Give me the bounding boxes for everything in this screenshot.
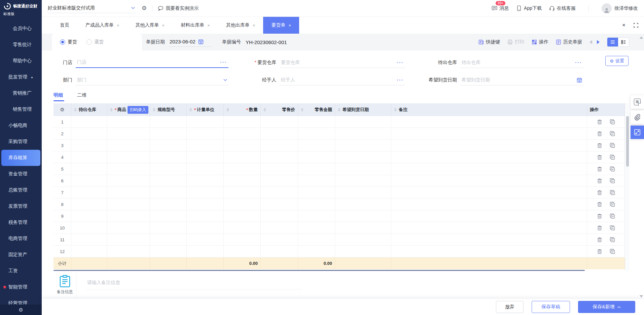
grid-cell[interactable] bbox=[107, 234, 150, 245]
sidebar-item-采购管理[interactable]: 采购管理 bbox=[0, 134, 42, 150]
sidebar-item-零售统计[interactable]: 零售统计 bbox=[0, 37, 42, 53]
grid-cell[interactable] bbox=[261, 199, 298, 210]
grid-cell[interactable] bbox=[298, 210, 335, 222]
grid-cell[interactable] bbox=[107, 116, 150, 128]
grid-cell[interactable] bbox=[335, 116, 391, 128]
grid-cell[interactable] bbox=[150, 187, 187, 198]
ellipsis-picker-icon[interactable]: ··· bbox=[397, 79, 404, 81]
grid-cell[interactable] bbox=[261, 234, 298, 245]
grid-cell[interactable] bbox=[71, 140, 107, 151]
sidebar-item-税务管理[interactable]: 税务管理 bbox=[0, 214, 42, 231]
grid-cell[interactable] bbox=[187, 175, 224, 186]
tab-要货单[interactable]: 要货单 × bbox=[263, 17, 299, 34]
grid-cell[interactable] bbox=[187, 246, 224, 257]
grid-cell[interactable] bbox=[261, 210, 298, 222]
grid-cell[interactable] bbox=[261, 222, 298, 234]
grid-cell[interactable] bbox=[391, 116, 587, 128]
tab-其他出库单[interactable]: 其他出库单 × bbox=[218, 17, 263, 34]
copy-add-row-icon[interactable] bbox=[610, 213, 615, 219]
column-header-商品[interactable]: *商品扫码录入 bbox=[107, 103, 150, 116]
out-warehouse-input[interactable]: 待出仓库 ··· bbox=[460, 57, 583, 68]
shortcut-button[interactable]: 快捷键 bbox=[478, 39, 500, 45]
sort-icon[interactable] bbox=[110, 108, 113, 111]
delete-row-icon[interactable] bbox=[597, 202, 602, 207]
grid-cell[interactable] bbox=[71, 163, 107, 175]
settings-button[interactable]: ⚙ 设置 bbox=[605, 56, 629, 66]
grid-cell[interactable] bbox=[261, 246, 298, 257]
grid-cell[interactable] bbox=[298, 163, 335, 175]
actions-button[interactable]: 操作 bbox=[532, 39, 548, 45]
grid-cell[interactable] bbox=[187, 128, 224, 139]
grid-cell[interactable] bbox=[391, 128, 587, 139]
grid-cell[interactable] bbox=[187, 163, 224, 175]
sidebar-item-智能管理[interactable]: 智能管理 bbox=[0, 279, 42, 295]
grid-cell[interactable] bbox=[224, 175, 261, 186]
grid-cell[interactable] bbox=[187, 151, 224, 163]
sidebar-item-小畅电商[interactable]: 小畅电商 bbox=[0, 117, 42, 134]
sidebar-item-库存核算[interactable]: 库存核算 bbox=[1, 150, 40, 166]
grid-cell[interactable] bbox=[107, 199, 150, 210]
grid-cell[interactable] bbox=[224, 187, 261, 198]
grid-cell[interactable] bbox=[261, 140, 298, 151]
grid-cell[interactable] bbox=[224, 128, 261, 139]
grid-cell[interactable] bbox=[150, 128, 187, 139]
column-header-计量单位[interactable]: *计量单位 bbox=[187, 103, 224, 116]
sort-icon[interactable] bbox=[394, 108, 397, 111]
grid-cell[interactable] bbox=[391, 222, 587, 234]
grid-cell[interactable] bbox=[335, 199, 391, 210]
grid-cell[interactable] bbox=[224, 210, 261, 222]
copy-add-row-icon[interactable] bbox=[610, 119, 615, 125]
grid-cell[interactable] bbox=[335, 140, 391, 151]
tab-close-icon[interactable]: × bbox=[288, 23, 291, 28]
app-download-button[interactable]: App下载 bbox=[516, 5, 542, 11]
sidebar-item-营销推广[interactable]: 营销推广 bbox=[0, 85, 42, 101]
grid-cell[interactable] bbox=[150, 246, 187, 257]
column-header-待出仓库[interactable]: 待出仓库 bbox=[71, 103, 107, 116]
copy-add-row-icon[interactable] bbox=[610, 178, 615, 183]
sort-icon[interactable] bbox=[301, 108, 303, 111]
grid-cell[interactable] bbox=[391, 246, 587, 257]
grid-cell[interactable] bbox=[224, 199, 261, 210]
copy-add-row-icon[interactable] bbox=[610, 237, 615, 242]
grid-cell[interactable] bbox=[71, 187, 107, 198]
grid-cell[interactable] bbox=[71, 210, 107, 222]
sidebar-item-发票管理[interactable]: 发票管理 bbox=[0, 198, 42, 214]
grid-cell[interactable] bbox=[391, 210, 587, 222]
sort-icon[interactable] bbox=[74, 108, 77, 111]
ellipsis-picker-icon[interactable]: ··· bbox=[575, 61, 582, 64]
horizontal-scrollbar-thumb[interactable] bbox=[53, 270, 585, 271]
grid-cell[interactable] bbox=[224, 163, 261, 175]
grid-cell[interactable] bbox=[261, 163, 298, 175]
workspace-select[interactable]: 好业财标准版交付试用 bbox=[47, 3, 136, 13]
grid-cell[interactable] bbox=[150, 199, 187, 210]
column-header-零售金额[interactable]: 零售金额 bbox=[298, 103, 335, 116]
delete-row-icon[interactable] bbox=[597, 213, 602, 219]
grid-cell[interactable] bbox=[71, 234, 107, 245]
grid-cell[interactable] bbox=[150, 222, 187, 234]
next-doc-arrow[interactable] bbox=[597, 40, 600, 44]
sidebar-item-会员中心[interactable]: 会员中心 bbox=[0, 21, 42, 37]
grid-cell[interactable] bbox=[107, 210, 150, 222]
grid-cell[interactable] bbox=[150, 210, 187, 222]
grid-cell[interactable] bbox=[391, 151, 587, 163]
column-header-规格型号[interactable]: 规格型号 bbox=[150, 103, 187, 116]
grid-cell[interactable] bbox=[107, 187, 150, 198]
copy-add-row-icon[interactable] bbox=[610, 202, 615, 207]
column-header-零售价[interactable]: 零售价 bbox=[261, 103, 298, 116]
grid-cell[interactable] bbox=[107, 163, 150, 175]
grid-cell[interactable] bbox=[187, 234, 224, 245]
attachment-button[interactable] bbox=[631, 110, 644, 124]
grid-cell[interactable] bbox=[335, 175, 391, 186]
sidebar-item-工资[interactable]: 工资 bbox=[0, 263, 42, 279]
want-warehouse-input[interactable]: 要货仓库 ··· bbox=[280, 57, 405, 68]
list-view-button[interactable] bbox=[607, 38, 618, 46]
grid-cell[interactable] bbox=[298, 234, 335, 245]
grid-cell[interactable] bbox=[187, 199, 224, 210]
grid-cell[interactable] bbox=[335, 222, 391, 234]
sidebar-item-资金管理[interactable]: 资金管理 bbox=[0, 166, 42, 182]
table-scrollbar-thumb[interactable] bbox=[626, 116, 629, 167]
copy-add-row-icon[interactable] bbox=[610, 249, 615, 254]
grid-cell[interactable] bbox=[335, 234, 391, 245]
grid-cell[interactable] bbox=[335, 163, 391, 175]
demo-link[interactable]: 我要看实例演示 bbox=[158, 5, 199, 11]
